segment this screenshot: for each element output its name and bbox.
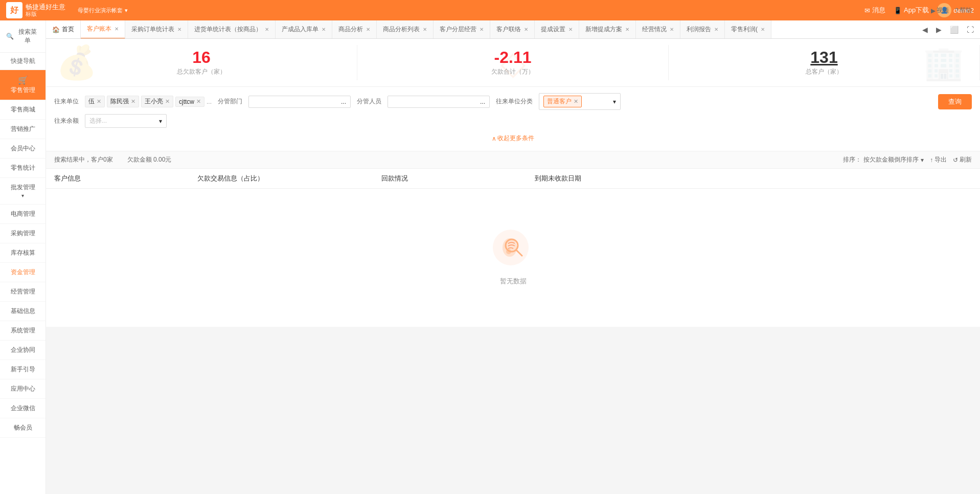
sidebar-item-guide[interactable]: 新手引导 (0, 360, 45, 379)
tab-prev-button[interactable]: ◀ (920, 24, 930, 36)
sidebar-item-app-center[interactable]: 应用中心 (0, 379, 45, 399)
refresh-button[interactable]: ↺ 刷新 (953, 155, 972, 164)
tab-close-customer-tier[interactable]: ✕ (480, 27, 484, 32)
sidebar-item-wechat[interactable]: 企业微信 (0, 399, 45, 418)
sidebar-item-retail-mall[interactable]: 零售商城 (0, 100, 45, 120)
logo-icon: 好 (6, 2, 22, 18)
close-unit-type-tag[interactable]: ✕ (574, 98, 578, 105)
sidebar-item-purchase[interactable]: 采购管理 (0, 224, 45, 243)
tab-goods-list[interactable]: 商品分析列表 ✕ (377, 20, 434, 39)
collapse-button[interactable]: ∧ 收起更多条件 (492, 132, 534, 145)
sidebar: 🔍 搜索菜单 快捷导航 🛒 零售管理 零售商城 营销推广 会员中心 零售统计 (0, 20, 46, 494)
close-tag-chen[interactable]: ✕ (131, 98, 135, 105)
tab-customer-tier[interactable]: 客户分层经营 ✕ (434, 20, 490, 39)
unit-tags: 伍 ✕ 陈民强 ✕ 王小亮 ✕ (85, 96, 212, 107)
quick-nav-button[interactable]: 快捷导航 (0, 53, 45, 70)
main-layout: 🔍 搜索菜单 快捷导航 🛒 零售管理 零售商城 营销推广 会员中心 零售统计 (0, 20, 980, 494)
search-menu-button[interactable]: 🔍 搜索菜单 (4, 26, 41, 47)
app-download-button[interactable]: 📱 App下载 (894, 6, 929, 15)
svg-point-3 (506, 249, 511, 254)
tab-profit-report[interactable]: 利润报告 ✕ (680, 20, 725, 39)
close-tag-wang[interactable]: ✕ (165, 98, 170, 105)
tab-new-raise[interactable]: 新增提成方案 ✕ (579, 20, 636, 39)
stats-bar: 💰 16 总欠款客户（家） ◇ -2.11 欠款合计（万） (46, 39, 980, 87)
tab-operations[interactable]: 经营情况 ✕ (636, 20, 680, 39)
sidebar-item-marketing[interactable]: 营销推广 (0, 120, 45, 139)
sidebar-item-operations[interactable]: 经营管理 (0, 282, 45, 302)
tab-close-operations[interactable]: ✕ (670, 27, 674, 32)
store-selector[interactable]: 母婴行业演示帐套 ▾ (78, 7, 128, 14)
tab-close-purchase-stats[interactable]: ✕ (265, 27, 269, 32)
dept-select[interactable]: ... (248, 96, 351, 108)
filter-tag-wang: 王小亮 ✕ (141, 96, 173, 107)
unit-type-tags: 普通客户 ✕ (543, 96, 582, 107)
tab-home[interactable]: 🏠 首页 (46, 20, 81, 39)
tab-close-profit-report[interactable]: ✕ (714, 27, 718, 32)
balance-select[interactable]: 选择... ▾ (85, 114, 167, 128)
sidebar-item-retail[interactable]: 🛒 零售管理 (0, 70, 45, 100)
close-tag-cjttcw[interactable]: ✕ (196, 98, 201, 105)
tab-maximize-button[interactable]: ⛶ (965, 24, 976, 36)
logo-area: 好 畅捷通好生意 标版 (6, 2, 65, 18)
tab-more-button[interactable]: ⬜ (948, 24, 961, 36)
stat-value-3: 131 (810, 49, 837, 65)
tab-next-button[interactable]: ▶ (934, 24, 944, 36)
sort-select[interactable]: 排序： 按欠款金额倒序排序 ▾ (843, 155, 924, 164)
sidebar-item-finance[interactable]: 资金管理 (0, 263, 45, 282)
stat-value-1: 16 (177, 49, 226, 65)
tab-close-new-raise[interactable]: ✕ (625, 27, 629, 32)
tab-close-retail-profit[interactable]: ✕ (761, 27, 765, 32)
tab-close-goods-list[interactable]: ✕ (423, 27, 427, 32)
tab-close-purchase-orders[interactable]: ✕ (177, 27, 181, 32)
message-button[interactable]: ✉ 消息 (864, 6, 885, 15)
sidebar-item-system[interactable]: 系统管理 (0, 321, 45, 341)
tab-bar: 🏠 首页 客户账本 ✕ 采购订单统计表 ✕ 进货单统计表（按商品） ✕ 产成品入… (46, 20, 980, 39)
result-bar: 搜索结果中，客户0家 欠款金额 0.00元 排序： 按欠款金额倒序排序 ▾ ↑ … (46, 151, 980, 169)
stat-total-customers: 💰 16 总欠款客户（家） (46, 45, 357, 80)
tab-accounts[interactable]: 客户账本 ✕ (81, 20, 125, 39)
tab-purchase-orders[interactable]: 采购订单统计表 ✕ (125, 20, 188, 39)
col-header-1: 客户信息 (54, 174, 197, 183)
close-tag-wu[interactable]: ✕ (97, 98, 101, 105)
person-label: 分管人员 (357, 97, 381, 106)
stat-total-debt: ◇ -2.11 欠款合计（万） (357, 45, 669, 80)
retail-icon: 🛒 (2, 75, 43, 85)
sidebar-item-wholesale[interactable]: 批发管理 ▾ (0, 178, 45, 205)
tab-goods-analysis[interactable]: 商品分析 ✕ (332, 20, 377, 39)
sidebar-item-member2[interactable]: 畅会员 (0, 418, 45, 438)
unit-label: 往来单位 (54, 97, 79, 106)
sidebar-item-ecommerce[interactable]: 电商管理 (0, 205, 45, 224)
stat-value-2: -2.11 (491, 49, 534, 65)
tab-close-raise-settings[interactable]: ✕ (568, 27, 573, 32)
unit-type-select[interactable]: 普通客户 ✕ ▾ (539, 93, 621, 110)
sidebar-item-inventory[interactable]: 库存核算 (0, 243, 45, 263)
stat-label-2: 欠款合计（万） (491, 68, 534, 76)
filter-more-button[interactable]: ... (207, 98, 212, 105)
col-header-2: 欠款交易信息（占比） (197, 174, 381, 183)
sidebar-item-basic[interactable]: 基础信息 (0, 302, 45, 321)
filter-row-1: 往来单位 伍 ✕ 陈民强 ✕ 王小亮 (54, 93, 972, 110)
filter-tag-cjttcw: cjttcw ✕ (175, 97, 204, 107)
tab-production-in[interactable]: 产成品入库单 ✕ (276, 20, 332, 39)
tab-close-goods-analysis[interactable]: ✕ (366, 27, 370, 32)
collapse-row: ∧ 收起更多条件 (54, 132, 972, 145)
tab-close-customer-contact[interactable]: ✕ (524, 27, 528, 32)
tab-close-production-in[interactable]: ✕ (322, 27, 326, 32)
tab-customer-contact[interactable]: 客户联络 ✕ (490, 20, 535, 39)
person-select[interactable]: ... (388, 96, 490, 108)
sidebar-item-enterprise[interactable]: 企业协同 (0, 341, 45, 360)
filter-row-2: 往来余额 选择... ▾ (54, 114, 972, 128)
stat-label-3: 总客户（家） (806, 68, 842, 76)
tab-close-accounts[interactable]: ✕ (115, 26, 119, 32)
stat-bg-icon-1: 💰 (56, 43, 97, 82)
empty-svg (495, 232, 526, 263)
top-header: 好 畅捷通好生意 标版 母婴行业演示帐套 ▾ ✉ 消息 📱 App下载 (0, 0, 980, 20)
filter-tag-chen: 陈民强 ✕ (107, 96, 139, 107)
sidebar-item-retail-stats[interactable]: 零售统计 (0, 159, 45, 178)
query-button[interactable]: 查询 (938, 94, 972, 109)
tab-retail-profit[interactable]: 零售利润( ✕ (725, 20, 771, 39)
tab-raise-settings[interactable]: 提成设置 ✕ (535, 20, 579, 39)
export-button[interactable]: ↑ 导出 (930, 155, 947, 164)
tab-purchase-stats[interactable]: 进货单统计表（按商品） ✕ (188, 20, 276, 39)
sidebar-item-member[interactable]: 会员中心 (0, 139, 45, 159)
